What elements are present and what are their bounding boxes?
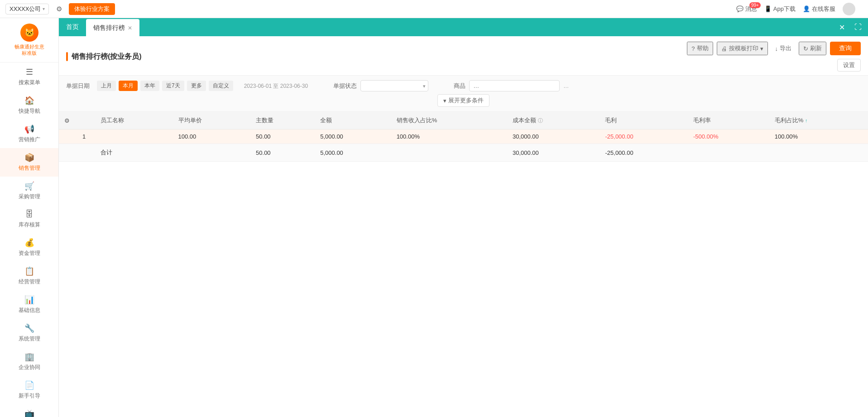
expand-row: ▾ 展开更多条件	[66, 94, 861, 107]
footer-total: 5,000.00	[315, 144, 391, 162]
sidebar-item-marketing[interactable]: 📢 营销推广	[0, 120, 58, 148]
sidebar-item-purchase[interactable]: 🛒 采购管理	[0, 177, 58, 205]
main-body: 🐱 畅康通好生意 标准版 ☰ 搜索菜单 🏠 快捷导航 📢 营销推广	[0, 18, 868, 417]
search-order-icon: ☰	[26, 67, 33, 77]
sidebar-item-inventory[interactable]: 🗄 库存核算	[0, 205, 58, 233]
date-filter: 上月 本月 本年 近7天 更多 自定义	[97, 81, 233, 91]
company-name: XXXXX公司	[10, 5, 41, 13]
status-select[interactable]	[360, 80, 428, 91]
more-dots-btn[interactable]: …	[563, 83, 569, 89]
company-selector[interactable]: XXXXX公司 ▾	[5, 4, 49, 14]
table-settings-icon[interactable]: ⚙	[64, 117, 70, 124]
sidebar-item-base-info[interactable]: 📊 基础信息	[0, 290, 58, 319]
row-cost: 30,000.00	[507, 129, 600, 144]
query-button[interactable]: 查询	[830, 42, 861, 55]
tab-expand-btn[interactable]: ⛶	[852, 21, 864, 34]
sidebar-logo: 🐱 畅康通好生意 标准版	[0, 18, 58, 62]
tab-sales-ranking[interactable]: 销售排行榜 ✕	[86, 19, 139, 37]
sidebar-item-app-center[interactable]: 📺 应用中心	[0, 404, 58, 417]
gross-pct-sort-icon[interactable]: ↑	[805, 118, 808, 123]
row-avg-price: 100.00	[173, 129, 251, 144]
app-download-btn[interactable]: 📱 App下载	[764, 5, 796, 13]
sidebar-item-finance[interactable]: 💰 资金管理	[0, 233, 58, 262]
tab-home[interactable]: 首页	[59, 18, 86, 36]
guide-icon: 📄	[24, 380, 34, 390]
date-btn-this-month[interactable]: 本月	[119, 81, 138, 91]
print-btn[interactable]: 🖨 按模板打印 ▾	[717, 42, 768, 55]
sidebar-item-label: 系统管理	[19, 335, 40, 343]
row-settings	[59, 129, 77, 144]
col-total: 全额	[315, 112, 391, 129]
date-btn-7days[interactable]: 近7天	[162, 81, 184, 91]
rankings-table: ⚙ 员工名称 平均单价 主数量 全额 销售收入占比% 成本全额 ⓘ 毛利 毛	[59, 112, 868, 162]
col-gross-rate: 毛利率	[688, 112, 769, 129]
avatar[interactable]	[843, 3, 855, 15]
goods-filter-label: 商品	[454, 82, 465, 90]
service-icon: 👤	[803, 5, 810, 12]
header-right: 💬 消息 99+ 📱 App下载 👤 在线客服	[736, 3, 863, 15]
footer-gross-pct	[769, 144, 868, 162]
sidebar-item-system[interactable]: 🔧 系统管理	[0, 319, 58, 347]
date-btn-custom[interactable]: 自定义	[209, 81, 233, 91]
trial-button[interactable]: 体验行业方案	[69, 3, 115, 15]
footer-avg-price	[173, 144, 251, 162]
table-header-row: ⚙ 员工名称 平均单价 主数量 全额 销售收入占比% 成本全额 ⓘ 毛利 毛	[59, 112, 868, 129]
date-btn-more[interactable]: 更多	[187, 81, 206, 91]
date-btn-this-year[interactable]: 本年	[140, 81, 159, 91]
online-service-btn[interactable]: 👤 在线客服	[803, 5, 835, 13]
sidebar: 🐱 畅康通好生意 标准版 ☰ 搜索菜单 🏠 快捷导航 📢 营销推广	[0, 18, 59, 417]
date-filter-label: 单据日期	[66, 82, 90, 90]
header-settings-icon[interactable]: ⚙	[53, 3, 65, 15]
row-employee	[95, 129, 173, 144]
inventory-icon: 🗄	[25, 210, 34, 219]
sidebar-item-sales[interactable]: 📦 销售管理	[0, 148, 58, 177]
set-button[interactable]: 设置	[837, 59, 861, 72]
filter-area: 单据日期 上月 本月 本年 近7天 更多 自定义 2023-06-01 至 20…	[59, 76, 868, 112]
content-area: 首页 销售排行榜 ✕ ✕ ⛶ 销售排行榜(按业务员)	[59, 18, 868, 417]
table-footer-row: 合计 50.00 5,000.00 30,000.00 -25,000.00	[59, 144, 868, 162]
col-employee: 员工名称	[95, 112, 173, 129]
message-btn[interactable]: 💬 消息 99+	[736, 5, 757, 13]
help-btn[interactable]: ? 帮助	[687, 42, 713, 55]
purchase-icon: 🛒	[24, 181, 34, 191]
page-actions: ? 帮助 🖨 按模板打印 ▾ ↓ 导出	[687, 42, 861, 72]
filter-row-1: 单据日期 上月 本月 本年 近7天 更多 自定义 2023-06-01 至 20…	[66, 80, 861, 91]
collab-icon: 🏢	[24, 352, 34, 362]
footer-cost: 30,000.00	[507, 144, 600, 162]
tab-close-icon[interactable]: ✕	[128, 25, 132, 31]
table-area: ⚙ 员工名称 平均单价 主数量 全额 销售收入占比% 成本全额 ⓘ 毛利 毛	[59, 112, 868, 417]
chevron-down-icon: ▾	[43, 6, 45, 11]
sidebar-item-label: 搜索菜单	[19, 79, 40, 86]
footer-sales-pct	[391, 144, 507, 162]
sidebar-item-search-order[interactable]: ☰ 搜索菜单	[0, 62, 58, 91]
footer-gross-rate	[688, 144, 769, 162]
base-info-icon: 📊	[24, 295, 34, 305]
date-btn-last-month[interactable]: 上月	[97, 81, 116, 91]
sidebar-item-quick-nav[interactable]: 🏠 快捷导航	[0, 91, 58, 120]
col-sales-pct: 销售收入占比%	[391, 112, 507, 129]
row-qty: 50.00	[250, 129, 315, 144]
sidebar-item-label: 基础信息	[19, 307, 40, 314]
sidebar-nav: ☰ 搜索菜单 🏠 快捷导航 📢 营销推广 📦 销售管理 🛒 采购管理	[0, 62, 58, 417]
goods-input[interactable]	[469, 80, 560, 91]
top-header: XXXXX公司 ▾ ⚙ 体验行业方案 💬 消息 99+ 📱 App下载 👤 在线…	[0, 0, 868, 18]
row-rank: 1	[77, 129, 95, 144]
col-cost: 成本全额 ⓘ	[507, 112, 600, 129]
sidebar-item-operations[interactable]: 📋 经营管理	[0, 262, 58, 290]
row-total: 5,000.00	[315, 129, 391, 144]
col-gross: 毛利	[599, 112, 687, 129]
cost-info-icon[interactable]: ⓘ	[538, 118, 543, 123]
sidebar-item-label: 新手引导	[19, 392, 40, 400]
expand-conditions-btn[interactable]: ▾ 展开更多条件	[437, 94, 489, 107]
footer-qty: 50.00	[250, 144, 315, 162]
sidebar-item-beginner-guide[interactable]: 📄 新手引导	[0, 376, 58, 404]
sidebar-item-label: 营销推广	[19, 136, 40, 144]
col-settings[interactable]: ⚙	[59, 112, 77, 129]
sidebar-item-enterprise-collab[interactable]: 🏢 企业协同	[0, 347, 58, 376]
col-rank	[77, 112, 95, 129]
refresh-btn[interactable]: ↻ 刷新	[799, 42, 826, 55]
col-qty: 主数量	[250, 112, 315, 129]
export-btn[interactable]: ↓ 导出	[772, 42, 796, 55]
tab-close-all-btn[interactable]: ✕	[835, 21, 848, 34]
col-gross-pct: 毛利占比% ↑	[769, 112, 868, 129]
